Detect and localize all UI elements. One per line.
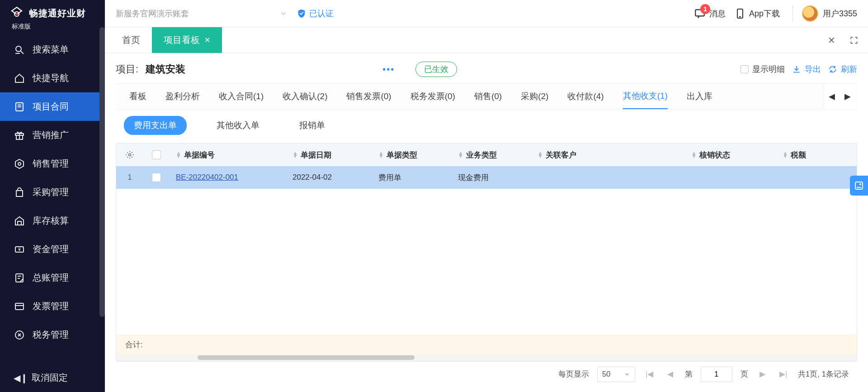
download-label: App下载 (749, 8, 780, 19)
help-float-button[interactable] (850, 176, 868, 196)
column-header-no[interactable]: ▲▼单据编号 (170, 150, 286, 160)
subtab-5[interactable]: 税务发票(0) (410, 84, 455, 109)
pill-0[interactable]: 费用支出单 (124, 116, 187, 135)
doc-link[interactable]: BE-20220402-001 (176, 173, 238, 182)
sidebar-item-tax[interactable]: 税务管理 (0, 320, 105, 349)
page-size-select[interactable]: 50 (597, 367, 635, 382)
tab-label: 项目看板 (164, 34, 200, 46)
brand-edition: 标准版 (0, 23, 105, 35)
sidebar-item-purchase[interactable]: 采购管理 (0, 178, 105, 206)
sidebar-item-inventory[interactable]: 库存核算 (0, 206, 105, 235)
brand-logo-icon (9, 5, 24, 21)
page-suffix: 页 (741, 369, 748, 379)
more-button[interactable]: ••• (382, 64, 395, 75)
sidebar-item-search[interactable]: 搜索菜单 (0, 35, 105, 64)
sidebar-item-label: 发票管理 (33, 300, 69, 312)
sidebar-item-label: 采购管理 (33, 186, 69, 198)
subtab-next-button[interactable]: ▶ (840, 84, 855, 109)
export-button[interactable]: 导出 (792, 64, 821, 75)
column-header-biz[interactable]: ▲▼业务类型 (452, 150, 531, 160)
sidebar-item-quicknav[interactable]: 快捷导航 (0, 64, 105, 92)
subtab-2[interactable]: 收入合同(1) (219, 84, 264, 109)
subtab-7[interactable]: 采购(2) (521, 84, 548, 109)
sort-icon: ▲▼ (691, 152, 697, 158)
account-selector[interactable]: 新服务官网演示账套 (116, 8, 288, 19)
tab-project-board[interactable]: 项目看板 ✕ (152, 27, 222, 53)
tab-home[interactable]: 首页 (110, 27, 152, 53)
home-icon (14, 72, 25, 84)
column-header-date[interactable]: ▲▼单据日期 (286, 150, 372, 160)
sidebar-item-invoice[interactable]: 发票管理 (0, 292, 105, 320)
shield-icon (297, 9, 307, 19)
last-page-button[interactable]: ▶| (777, 368, 790, 381)
subtab-1[interactable]: 盈利分析 (165, 84, 200, 109)
sidebar-scrollbar[interactable] (99, 27, 105, 317)
subtab-8[interactable]: 收付款(4) (567, 84, 604, 109)
subtab-0[interactable]: 看板 (129, 84, 146, 109)
sort-icon: ▲▼ (538, 152, 543, 158)
page-input[interactable] (701, 367, 732, 382)
column-header-type[interactable]: ▲▼单据类型 (372, 150, 452, 160)
svg-point-10 (18, 163, 21, 165)
svg-rect-17 (15, 303, 24, 310)
refresh-icon (828, 65, 837, 74)
select-all-checkbox[interactable] (143, 150, 170, 159)
pill-2[interactable]: 报销单 (289, 116, 335, 135)
subtab-prev-button[interactable]: ◀ (824, 84, 839, 109)
sort-icon: ▲▼ (783, 152, 788, 158)
footer-label: 合计: (125, 339, 143, 350)
subtab-10[interactable]: 出入库 (687, 84, 712, 109)
sort-icon: ▲▼ (378, 152, 384, 158)
column-header-cust[interactable]: ▲▼关联客户 (531, 150, 685, 160)
subtab-3[interactable]: 收入确认(2) (283, 84, 327, 109)
sort-icon: ▲▼ (176, 152, 181, 158)
fullscreen-button[interactable] (848, 34, 860, 46)
settings-column[interactable] (116, 150, 143, 159)
download-button[interactable]: App下载 (735, 8, 780, 19)
brand-name: 畅捷通好业财 (29, 7, 86, 19)
messages-button[interactable]: 1 消息 (694, 8, 726, 19)
prev-page-button[interactable]: ◀ (664, 368, 677, 381)
table-row[interactable]: 1BE-20220402-0012022-04-02费用单现金费用 (116, 166, 857, 189)
project-name: 建筑安装 (146, 62, 185, 76)
page-size-value: 50 (602, 370, 611, 379)
close-all-tabs-button[interactable]: ✕ (826, 34, 837, 46)
sidebar-item-label: 项目合同 (33, 100, 69, 113)
svg-point-25 (859, 183, 861, 185)
project-label: 项目: (116, 62, 138, 76)
user-menu[interactable]: 用户3355 (793, 5, 857, 22)
refresh-button[interactable]: 刷新 (828, 64, 857, 75)
data-table: ▲▼单据编号 ▲▼单据日期 ▲▼单据类型 ▲▼业务类型 ▲▼关联客户 ▲▼核销状… (116, 143, 857, 361)
subtab-4[interactable]: 销售发票(0) (346, 84, 391, 109)
column-header-stat[interactable]: ▲▼核销状态 (685, 150, 776, 160)
sidebar-item-contract[interactable]: 项目合同 (0, 92, 105, 121)
sidebar-item-label: 资金管理 (33, 243, 69, 255)
subtab-6[interactable]: 销售(0) (474, 84, 502, 109)
sidebar-item-marketing[interactable]: 营销推广 (0, 121, 105, 149)
pill-1[interactable]: 其他收入单 (207, 116, 269, 135)
sidebar-item-label: 搜索菜单 (33, 43, 69, 56)
next-page-button[interactable]: ▶ (756, 368, 769, 381)
sidebar-item-gl[interactable]: 总账管理 (0, 263, 105, 292)
close-icon[interactable]: ✕ (204, 36, 210, 44)
sidebar-unpin[interactable]: ◀❙ 取消固定 (0, 363, 105, 392)
row-index: 1 (116, 173, 143, 182)
sidebar-item-label: 库存核算 (33, 215, 69, 227)
first-page-button[interactable]: |◀ (643, 368, 656, 381)
show-detail-toggle[interactable]: 显示明细 (741, 64, 785, 75)
messages-label: 消息 (709, 8, 726, 19)
subtabs: 看板盈利分析收入合同(1)收入确认(2)销售发票(0)税务发票(0)销售(0)采… (116, 83, 857, 110)
sidebar-item-label: 税务管理 (33, 329, 69, 341)
per-page-label: 每页显示 (558, 369, 589, 379)
sidebar-item-fund[interactable]: ¥ 资金管理 (0, 235, 105, 263)
subtab-9[interactable]: 其他收支(1) (623, 84, 668, 109)
column-header-tax[interactable]: ▲▼税额 (776, 150, 831, 160)
sidebar-item-sales[interactable]: 销售管理 (0, 149, 105, 178)
row-checkbox[interactable] (143, 173, 170, 182)
table-footer: 合计: (116, 335, 857, 354)
svg-text:¥: ¥ (18, 247, 21, 252)
tabstrip: 首页 项目看板 ✕ ✕ (105, 27, 868, 53)
topbar: 新服务官网演示账套 已认证 1 消息 App下载 用户335 (105, 0, 868, 27)
horizontal-scrollbar[interactable] (116, 354, 857, 361)
contract-icon (14, 101, 25, 113)
